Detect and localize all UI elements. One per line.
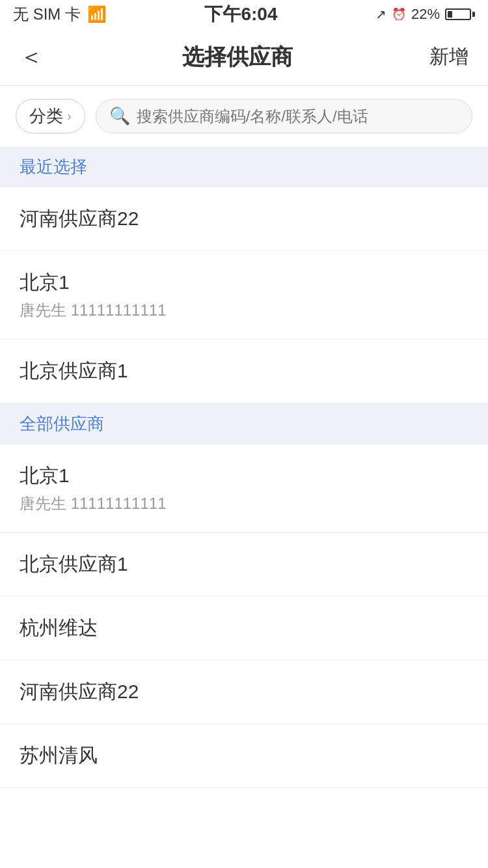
- status-time: 下午6:04: [204, 2, 277, 27]
- battery-icon: [445, 8, 475, 20]
- alarm-icon: ⏰: [392, 7, 406, 21]
- back-button[interactable]: ＜: [20, 41, 59, 73]
- list-item[interactable]: 北京供应商1: [0, 340, 488, 403]
- list-item[interactable]: 苏州清风: [0, 724, 488, 788]
- status-bar: 无 SIM 卡 📶 下午6:04 ↗ ⏰ 22%: [0, 0, 488, 29]
- item-name: 北京1: [20, 463, 468, 489]
- list-item[interactable]: 杭州维达: [0, 597, 488, 660]
- status-right: ↗ ⏰ 22%: [375, 6, 475, 23]
- no-sim-text: 无 SIM 卡: [13, 4, 81, 25]
- list-item[interactable]: 北京1唐先生 11111111111: [0, 444, 488, 533]
- add-button[interactable]: 新增: [416, 44, 468, 70]
- filter-row: 分类 › 🔍: [0, 86, 488, 146]
- list-item[interactable]: 河南供应商22: [0, 187, 488, 251]
- chevron-icon: ›: [67, 109, 72, 124]
- item-name: 苏州清风: [20, 742, 468, 769]
- search-input[interactable]: [137, 107, 459, 126]
- list-item[interactable]: 河南供应商22: [0, 660, 488, 724]
- all-section-header: 全部供应商: [0, 403, 488, 444]
- item-name: 北京1: [20, 269, 468, 296]
- item-name: 北京供应商1: [20, 358, 468, 385]
- category-label: 分类: [29, 105, 63, 128]
- item-name: 河南供应商22: [20, 206, 468, 232]
- location-icon: ↗: [375, 7, 386, 22]
- item-sub: 唐先生 11111111111: [20, 493, 468, 514]
- list-item[interactable]: 北京供应商1: [0, 533, 488, 597]
- page-title: 选择供应商: [182, 42, 293, 72]
- item-sub: 唐先生 11111111111: [20, 300, 468, 321]
- battery-percent: 22%: [411, 6, 440, 23]
- item-name: 杭州维达: [20, 615, 468, 642]
- status-left: 无 SIM 卡 📶: [13, 4, 107, 25]
- item-name: 北京供应商1: [20, 551, 468, 578]
- search-box: 🔍: [96, 99, 472, 133]
- wifi-icon: 📶: [87, 5, 107, 23]
- list-item[interactable]: 北京1唐先生 11111111111: [0, 251, 488, 340]
- recent-section-header: 最近选择: [0, 146, 488, 187]
- nav-bar: ＜ 选择供应商 新增: [0, 29, 488, 86]
- search-icon: 🔍: [109, 106, 130, 126]
- all-list: 北京1唐先生 11111111111北京供应商1杭州维达河南供应商22苏州清风: [0, 444, 488, 788]
- category-filter-button[interactable]: 分类 ›: [16, 99, 85, 133]
- item-name: 河南供应商22: [20, 679, 468, 705]
- recent-list: 河南供应商22北京1唐先生 11111111111北京供应商1: [0, 187, 488, 403]
